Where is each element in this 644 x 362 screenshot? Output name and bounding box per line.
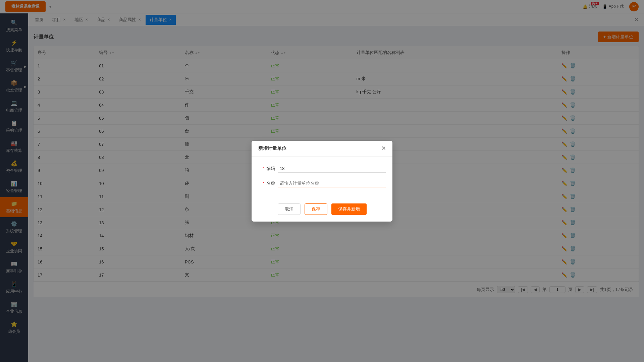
modal-footer: 取消 保存 保存并新增 xyxy=(252,199,392,222)
code-label: * 编码 xyxy=(258,166,275,172)
modal-close-button[interactable]: ✕ xyxy=(381,146,386,151)
name-form-row: * 名称 xyxy=(258,179,386,187)
save-button[interactable]: 保存 xyxy=(305,203,327,215)
add-unit-modal: 新增计量单位 ✕ * 编码 * 名称 取消 保存 保存并新增 xyxy=(252,141,392,222)
code-form-row: * 编码 xyxy=(258,165,386,173)
modal-body: * 编码 * 名称 xyxy=(252,157,392,199)
modal-header: 新增计量单位 ✕ xyxy=(252,141,392,157)
name-input[interactable] xyxy=(278,179,386,187)
cancel-button[interactable]: 取消 xyxy=(278,203,301,215)
code-input[interactable] xyxy=(278,165,386,173)
code-required-mark: * xyxy=(263,166,264,171)
modal-overlay: 新增计量单位 ✕ * 编码 * 名称 取消 保存 保存并新增 xyxy=(0,0,644,362)
modal-title: 新增计量单位 xyxy=(258,145,286,152)
name-required-mark: * xyxy=(263,181,264,186)
name-label: * 名称 xyxy=(258,180,275,186)
save-and-new-button[interactable]: 保存并新增 xyxy=(331,203,367,215)
